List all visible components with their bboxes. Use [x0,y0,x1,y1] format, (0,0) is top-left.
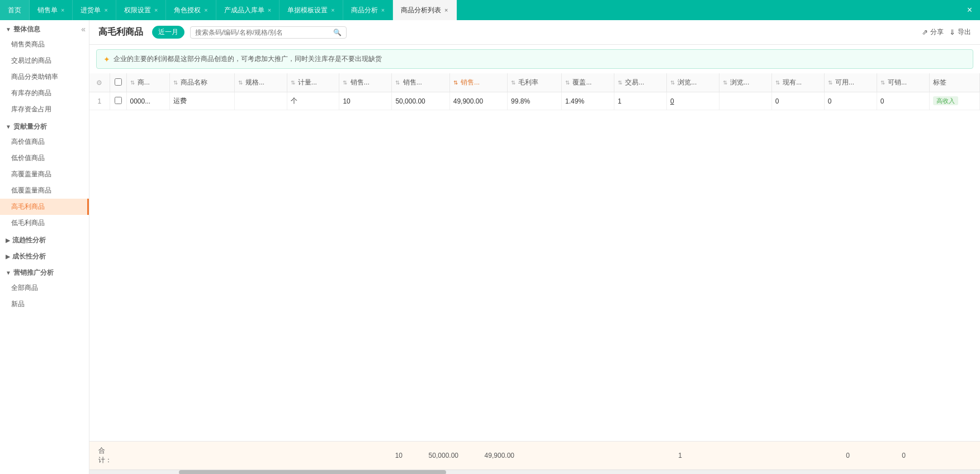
sidebar-item-in-stock[interactable]: 有库存的商品 [0,85,89,101]
sort-icon: ⇅ [618,79,622,86]
sidebar-item-low-value[interactable]: 低价值商品 [0,150,89,166]
col-views2: ⇅ 浏览... [719,73,771,92]
nav-item-roles[interactable]: 角色授权 × [166,0,216,20]
nav-item-purchase[interactable]: 进货单 × [73,0,116,20]
sidebar-group-marketing[interactable]: ▼ 营销推广分析 [0,264,89,280]
chevron-right-icon: ▶ [6,254,10,260]
products-table: ⚙ ⇅ 商... ⇅ 商品名称 [89,73,980,110]
sort-icon: ⇅ [775,79,780,86]
sidebar-item-high-value[interactable]: 高价值商品 [0,134,89,150]
footer-stock-available: 0 [861,452,906,459]
sidebar-item-new-products[interactable]: 新品 [0,296,89,312]
nav-item-permissions[interactable]: 权限设置 × [116,0,166,20]
row-tag: 高收入 [929,92,979,110]
row-checkbox-cell [110,92,126,110]
sort-icon: ⇅ [453,79,458,86]
table-container[interactable]: ⚙ ⇅ 商... ⇅ 商品名称 [89,73,980,441]
share-button[interactable]: ⇗ 分享 [922,27,944,37]
row-checkbox[interactable] [115,97,122,104]
nav-item-warehouse[interactable]: 产成品入库单 × [216,0,280,20]
col-stock-available: ⇅ 可用... [824,73,877,92]
nav-item-analysis-list[interactable]: 商品分析列表 × [393,0,456,20]
chevron-down-icon: ▼ [6,26,11,32]
sort-icon: ⇅ [828,79,832,86]
sidebar-group-overall[interactable]: ▼ 整体信息 [0,20,89,36]
select-all-checkbox[interactable] [115,78,122,86]
close-icon[interactable]: × [444,7,448,13]
row-sales-amount: 50,000.00 [392,92,449,110]
row-views1: 0 [666,92,719,110]
sidebar-item-category-rate[interactable]: 商品分类助销率 [0,69,89,85]
info-icon: ✦ [103,55,110,64]
row-name: 运费 [169,92,234,110]
row-views2 [719,92,771,110]
col-unit: ⇅ 计量... [287,73,339,92]
content-header: 高毛利商品 近一月 🔍 ⇗ 分享 ⇓ 导出 [89,20,980,45]
views-link[interactable]: 0 [670,97,674,105]
footer-label: 合计： [98,446,112,465]
sidebar-item-traded-products[interactable]: 交易过的商品 [0,53,89,69]
col-code: ⇅ 商... [126,73,169,92]
footer-sales-profit: 49,900.00 [470,452,514,459]
table-row: 1 0000... 运费 个 10 50,000.00 49,900.00 99 [89,92,980,110]
sidebar-group-growth[interactable]: ▶ 成长性分析 [0,247,89,264]
app-close-button[interactable]: × [959,0,980,20]
sidebar-item-stock-capital[interactable]: 库存资金占用 [0,101,89,118]
close-icon[interactable]: × [268,7,271,13]
sidebar-item-high-coverage[interactable]: 高覆盖量商品 [0,166,89,182]
col-gross-margin: ⇅ 毛利率 [508,73,562,92]
chevron-right-icon: ▶ [6,237,10,243]
settings-icon[interactable]: ⚙ [96,79,102,87]
top-nav: 首页 销售单 × 进货单 × 权限设置 × 角色授权 × 产成品入库单 × 单据… [0,0,980,20]
footer-stock-current: 0 [805,452,850,459]
close-icon[interactable]: × [154,7,158,13]
filter-recent-month-button[interactable]: 近一月 [152,26,184,39]
tag-badge: 高收入 [933,96,958,105]
search-icon[interactable]: 🔍 [333,29,342,36]
close-icon[interactable]: × [61,7,64,13]
sort-icon: ⇅ [238,79,243,86]
sidebar-item-low-coverage[interactable]: 低覆盖量商品 [0,182,89,199]
nav-item-analysis[interactable]: 商品分析 × [343,0,393,20]
row-code: 0000... [126,92,169,110]
info-banner: ✦ 企业的主要的利润都是这部分商品创造的，可考虑加大推广，同时关注库存是不要出现… [96,49,973,69]
sidebar-group-trend[interactable]: ▶ 流趋性分析 [0,231,89,247]
sidebar-item-all-products[interactable]: 全部商品 [0,280,89,296]
col-coverage: ⇅ 覆盖... [562,73,614,92]
nav-item-template[interactable]: 单据模板设置 × [280,0,343,20]
row-sales-qty: 10 [339,92,392,110]
close-icon[interactable]: × [331,7,334,13]
header-actions: ⇗ 分享 ⇓ 导出 [922,27,971,37]
share-icon: ⇗ [922,28,928,36]
col-stock-current: ⇅ 现有... [771,73,824,92]
horizontal-scrollbar[interactable] [89,470,980,474]
sort-icon: ⇅ [130,79,135,86]
page-title: 高毛利商品 [98,26,143,38]
col-sales-qty: ⇅ 销售... [339,73,392,92]
sort-icon: ⇅ [670,79,675,86]
nav-item-sales[interactable]: 销售单 × [30,0,73,20]
close-icon[interactable]: × [204,7,207,13]
sidebar-item-sales-products[interactable]: 销售类商品 [0,36,89,53]
search-input[interactable] [195,29,333,36]
sort-icon: ⇅ [880,79,885,86]
col-sales-profit: ⇅ 销售... [449,73,507,92]
export-button[interactable]: ⇓ 导出 [949,27,971,37]
nav-item-home[interactable]: 首页 [0,0,30,20]
col-stock-saleable: ⇅ 可销... [877,73,929,92]
col-tag: 标签 [929,73,979,92]
export-icon: ⇓ [949,28,955,36]
row-stock-current: 0 [771,92,824,110]
sidebar-collapse-button[interactable]: « [81,25,86,34]
sidebar-item-low-margin[interactable]: 低毛利商品 [0,215,89,231]
col-sales-amount: ⇅ 销售... [392,73,449,92]
chevron-down-icon: ▼ [6,270,11,276]
sort-icon: ⇅ [511,79,515,86]
chevron-down-icon: ▼ [6,124,11,130]
close-icon[interactable]: × [381,7,385,13]
sidebar-item-high-margin[interactable]: 高毛利商品 [0,199,89,215]
sidebar-group-contribution[interactable]: ▼ 贡献量分析 [0,118,89,134]
sort-icon: ⇅ [395,79,400,86]
close-icon[interactable]: × [104,7,107,13]
row-sales-profit: 49,900.00 [449,92,507,110]
